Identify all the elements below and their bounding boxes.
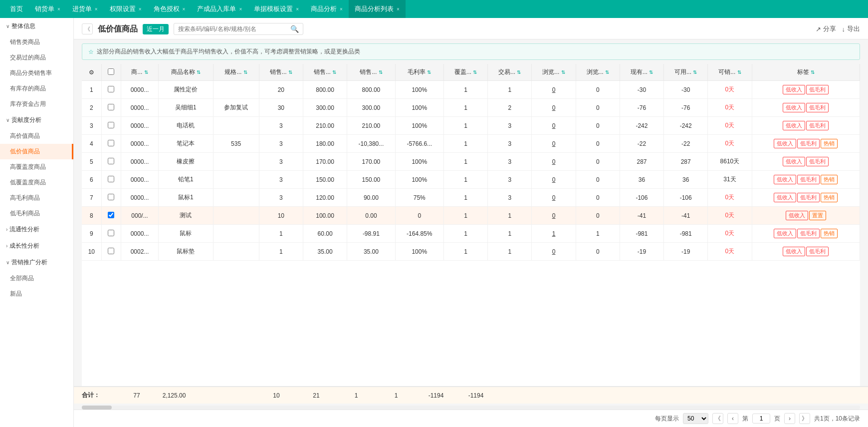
sidebar-item-low-value[interactable]: 低价值商品 <box>0 144 73 159</box>
views-link[interactable]: 0 <box>552 176 556 183</box>
sidebar-item-stock-capital[interactable]: 库存资金占用 <box>0 96 73 112</box>
nav-close-icon[interactable]: × <box>397 6 400 12</box>
views-link[interactable]: 0 <box>552 248 556 255</box>
th-margin[interactable]: 毛利率 ⇅ <box>395 64 443 81</box>
sidebar-item-high-margin[interactable]: 高毛利商品 <box>0 190 73 206</box>
row-checkbox[interactable] <box>108 86 114 92</box>
nav-close-icon[interactable]: × <box>95 6 98 12</box>
nav-template-settings[interactable]: 单据模板设置 × <box>248 0 305 18</box>
cell-checkbox[interactable] <box>101 99 121 117</box>
sidebar-item-category-sales-rate[interactable]: 商品分类销售率 <box>0 65 73 81</box>
page-number-input[interactable] <box>752 414 770 424</box>
sidebar-item-high-value[interactable]: 高价值商品 <box>0 128 73 144</box>
th-code[interactable]: 商... ⇅ <box>121 64 158 81</box>
sidebar-section-growth[interactable]: › 成长性分析 <box>0 238 73 254</box>
th-spec[interactable]: 规格... ⇅ <box>213 64 259 81</box>
share-button[interactable]: ↗ 分享 <box>816 24 836 33</box>
cell-checkbox[interactable] <box>101 117 121 135</box>
sidebar-section-marketing[interactable]: ∨ 营销推广分析 <box>0 254 73 271</box>
last-page-button[interactable]: 》 <box>799 413 810 424</box>
cell-checkbox[interactable] <box>101 171 121 189</box>
sidebar-item-all-products[interactable]: 全部商品 <box>0 271 73 286</box>
th-price[interactable]: 销售... ⇅ <box>303 64 347 81</box>
th-sellable[interactable]: 可销... ⇅ <box>708 64 752 81</box>
scrollbar-thumb[interactable] <box>82 406 112 410</box>
first-page-button[interactable]: 《 <box>712 413 723 424</box>
th-sales[interactable]: 销售... ⇅ <box>347 64 395 81</box>
sidebar-item-new-products[interactable]: 新品 <box>0 286 73 302</box>
views-link[interactable]: 0 <box>552 158 556 165</box>
nav-purchase-order[interactable]: 进货单 × <box>66 0 104 18</box>
cell-checkbox[interactable] <box>101 135 121 153</box>
nav-product-warehouse[interactable]: 产成品入库单 × <box>191 0 248 18</box>
cell-checkbox[interactable] <box>101 153 121 171</box>
select-all-checkbox[interactable] <box>108 68 114 75</box>
row-checkbox[interactable] <box>108 158 114 164</box>
views-link[interactable]: 0 <box>552 104 556 111</box>
nav-product-analysis-list[interactable]: 商品分析列表 × <box>349 0 406 18</box>
sidebar-item-low-coverage[interactable]: 低覆盖度商品 <box>0 175 73 190</box>
th-settings[interactable]: ⚙ <box>82 64 101 81</box>
cell-checkbox[interactable] <box>101 81 121 99</box>
th-tags[interactable]: 标签 ⇅ <box>752 64 860 81</box>
views-link[interactable]: 0 <box>552 86 556 93</box>
nav-close-icon[interactable]: × <box>239 6 242 12</box>
nav-home[interactable]: 首页 <box>4 0 29 18</box>
filter-tag[interactable]: 近一月 <box>143 24 169 34</box>
collapse-sidebar-button[interactable]: 《 <box>82 23 93 34</box>
row-checkbox[interactable] <box>108 230 114 236</box>
page-size-select[interactable]: 50 100 200 <box>683 413 708 424</box>
next-page-button[interactable]: › <box>784 413 795 424</box>
cell-checkbox[interactable] <box>101 207 121 225</box>
tag-badge: 低毛利 <box>806 247 829 256</box>
th-stock[interactable]: 现有... ⇅ <box>620 64 663 81</box>
cell-checkbox[interactable] <box>101 225 121 243</box>
views-link[interactable]: 0 <box>552 140 556 147</box>
th-name[interactable]: 商品名称 ⇅ <box>159 64 213 81</box>
row-checkbox[interactable] <box>108 248 114 254</box>
th-views1[interactable]: 浏览... ⇅ <box>532 64 576 81</box>
row-checkbox[interactable] <box>108 176 114 182</box>
th-available[interactable]: 可用... ⇅ <box>664 64 708 81</box>
cell-checkbox[interactable] <box>101 189 121 207</box>
cell-price: 100.00 <box>303 207 347 225</box>
nav-permissions[interactable]: 权限设置 × <box>104 0 148 18</box>
sidebar-section-circulation[interactable]: › 流通性分析 <box>0 221 73 238</box>
nav-product-analysis[interactable]: 商品分析 × <box>305 0 349 18</box>
horizontal-scrollbar[interactable] <box>82 406 860 410</box>
th-views2[interactable]: 浏览... ⇅ <box>576 64 620 81</box>
views-link[interactable]: 0 <box>552 122 556 129</box>
sidebar-item-sales-products[interactable]: 销售类商品 <box>0 34 73 50</box>
prev-page-button[interactable]: ‹ <box>727 413 738 424</box>
views-link[interactable]: 1 <box>552 230 556 237</box>
cell-checkbox[interactable] <box>101 243 121 261</box>
sidebar-item-stocked-products[interactable]: 有库存的商品 <box>0 81 73 96</box>
nav-sales-order[interactable]: 销货单 × <box>29 0 66 18</box>
nav-close-icon[interactable]: × <box>57 6 60 12</box>
table-row: 5 0000... 橡皮擦 3 170.00 170.00 100% 1 3 0… <box>82 153 860 171</box>
sidebar-item-high-coverage[interactable]: 高覆盖度商品 <box>0 159 73 175</box>
views-link[interactable]: 0 <box>552 194 556 201</box>
nav-close-icon[interactable]: × <box>139 6 142 12</box>
th-coverage[interactable]: 覆盖... ⇅ <box>443 64 487 81</box>
row-checkbox[interactable] <box>108 194 114 200</box>
th-trade[interactable]: 交易... ⇅ <box>488 64 532 81</box>
nav-role-auth[interactable]: 角色授权 × <box>148 0 192 18</box>
th-qty[interactable]: 销售... ⇅ <box>259 64 303 81</box>
row-checkbox[interactable] <box>108 122 114 128</box>
nav-close-icon[interactable]: × <box>183 6 186 12</box>
row-checkbox[interactable] <box>108 104 114 110</box>
th-checkbox[interactable] <box>101 64 121 81</box>
nav-close-icon[interactable]: × <box>296 6 299 12</box>
sidebar-section-contribution[interactable]: ∨ 贡献度分析 <box>0 112 73 128</box>
sidebar-section-overall[interactable]: ∨ 整体信息 <box>0 18 73 34</box>
sidebar-item-low-margin[interactable]: 低毛利商品 <box>0 206 73 221</box>
views-link[interactable]: 0 <box>552 212 556 219</box>
row-checkbox[interactable] <box>108 140 114 146</box>
search-icon[interactable]: 🔍 <box>290 25 299 33</box>
row-checkbox[interactable] <box>108 212 114 218</box>
search-input[interactable] <box>178 25 287 32</box>
sidebar-item-traded-products[interactable]: 交易过的商品 <box>0 50 73 65</box>
nav-close-icon[interactable]: × <box>340 6 343 12</box>
export-button[interactable]: ↓ 导出 <box>842 24 861 33</box>
